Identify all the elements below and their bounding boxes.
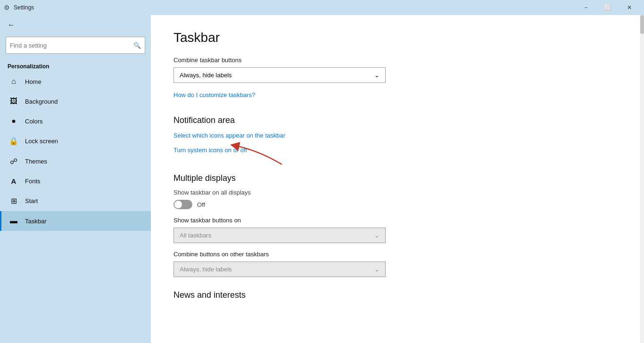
- sidebar-item-taskbar[interactable]: ▬ Taskbar: [0, 211, 151, 231]
- combine-other-chevron-icon: ⌄: [374, 266, 380, 273]
- sidebar: ← 🔍 Personalization ⌂ Home 🖼 Background …: [0, 15, 151, 343]
- search-icon: 🔍: [133, 42, 141, 49]
- combine-dropdown[interactable]: Always, hide labels ⌄: [173, 67, 386, 83]
- page-title: Taskbar: [173, 30, 621, 45]
- titlebar-left: ⚙ Settings: [4, 4, 34, 11]
- minimize-button[interactable]: −: [575, 0, 597, 15]
- sidebar-item-fonts[interactable]: A Fonts: [0, 172, 151, 191]
- sidebar-item-start[interactable]: ⊞ Start: [0, 191, 151, 211]
- colors-icon: ●: [9, 117, 18, 125]
- sidebar-item-label-home: Home: [25, 78, 41, 85]
- show-buttons-value: All taskbars: [180, 232, 211, 239]
- sidebar-item-home[interactable]: ⌂ Home: [0, 72, 151, 91]
- show-buttons-dropdown[interactable]: All taskbars ⌄: [173, 228, 386, 243]
- close-button[interactable]: ✕: [619, 0, 640, 15]
- scrollbar-track[interactable]: [640, 15, 644, 343]
- sidebar-item-label-start: Start: [25, 197, 38, 204]
- multiple-displays-heading: Multiple displays: [173, 173, 621, 183]
- lock-icon: 🔒: [9, 137, 18, 146]
- combine-other-label: Combine buttons on other taskbars: [173, 251, 621, 258]
- titlebar-controls: − ⬜ ✕: [575, 0, 640, 15]
- maximize-button[interactable]: ⬜: [597, 0, 619, 15]
- combine-label: Combine taskbar buttons: [173, 57, 621, 64]
- background-icon: 🖼: [9, 97, 18, 106]
- themes-icon: ☍: [9, 157, 18, 166]
- news-heading: News and interests: [173, 290, 621, 300]
- app-body: ← 🔍 Personalization ⌂ Home 🖼 Background …: [0, 15, 644, 343]
- taskbar-icon: ▬: [9, 217, 18, 225]
- sidebar-item-label-fonts: Fonts: [25, 178, 41, 185]
- home-icon: ⌂: [9, 77, 18, 86]
- sidebar-item-colors[interactable]: ● Colors: [0, 111, 151, 131]
- sidebar-item-label-taskbar: Taskbar: [25, 218, 47, 225]
- combine-other-value: Always, hide labels: [180, 266, 232, 273]
- combine-other-dropdown[interactable]: Always, hide labels ⌄: [173, 261, 386, 277]
- show-all-label: Show taskbar on all displays: [173, 189, 621, 196]
- content-wrapper: Taskbar Combine taskbar buttons Always, …: [173, 30, 621, 300]
- fonts-icon: A: [9, 177, 18, 185]
- toggle-row: Off: [173, 200, 621, 209]
- sidebar-item-label-lock-screen: Lock screen: [25, 138, 58, 145]
- back-arrow-icon: ←: [8, 21, 15, 29]
- start-icon: ⊞: [9, 196, 18, 205]
- sidebar-item-label-themes: Themes: [25, 158, 47, 165]
- settings-icon: ⚙: [4, 4, 10, 11]
- icons-link[interactable]: Select which icons appear on the taskbar: [173, 132, 285, 139]
- titlebar: ⚙ Settings − ⬜ ✕: [0, 0, 644, 15]
- sidebar-item-background[interactable]: 🖼 Background: [0, 91, 151, 111]
- arrow-annotation: [230, 141, 287, 169]
- toggle-state-label: Off: [197, 201, 205, 208]
- main-content: Taskbar Combine taskbar buttons Always, …: [151, 15, 644, 343]
- scrollbar-thumb[interactable]: [640, 15, 644, 34]
- sidebar-item-themes[interactable]: ☍ Themes: [0, 151, 151, 172]
- notification-heading: Notification area: [173, 115, 621, 125]
- sidebar-item-lock-screen[interactable]: 🔒 Lock screen: [0, 131, 151, 151]
- sidebar-item-label-colors: Colors: [25, 118, 43, 125]
- show-buttons-label: Show taskbar buttons on: [173, 217, 621, 224]
- sidebar-section-label: Personalization: [0, 59, 151, 72]
- titlebar-title: Settings: [14, 4, 34, 11]
- customize-link[interactable]: How do I customize taskbars?: [173, 91, 255, 98]
- show-buttons-chevron-icon: ⌄: [374, 232, 380, 239]
- combine-chevron-icon: ⌄: [374, 72, 380, 79]
- show-all-toggle[interactable]: [173, 200, 192, 209]
- search-box[interactable]: 🔍: [6, 37, 145, 54]
- back-button[interactable]: ←: [0, 15, 151, 35]
- combine-value: Always, hide labels: [180, 72, 232, 79]
- sidebar-item-label-background: Background: [25, 98, 58, 105]
- toggle-thumb: [174, 201, 182, 208]
- search-input[interactable]: [10, 42, 133, 49]
